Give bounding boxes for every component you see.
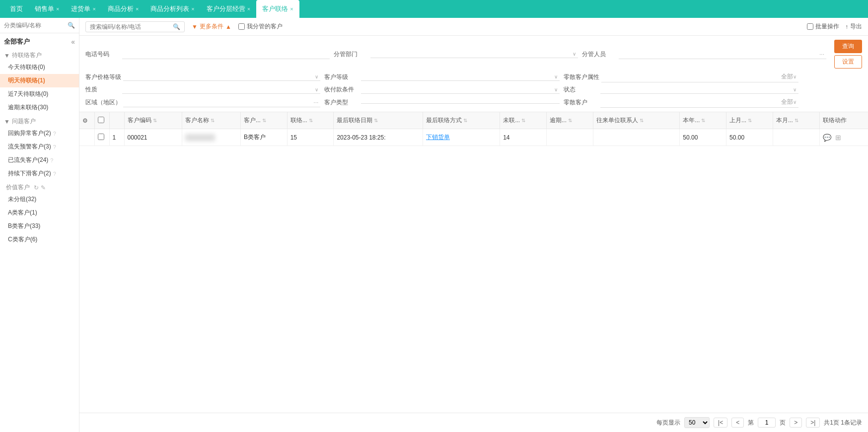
- th-last-month[interactable]: 上月...⇅: [726, 112, 773, 129]
- td-name: Ea: [182, 129, 240, 146]
- th-settings[interactable]: ⚙: [79, 112, 94, 129]
- sidebar-item-tomorrow-contact[interactable]: 明天待联络(1): [0, 74, 79, 87]
- page-unit: 页: [780, 419, 786, 427]
- group-problem-customers[interactable]: ▼ 问题客户: [0, 114, 79, 127]
- th-last-contact-date[interactable]: 最后联络日期⇅: [334, 112, 423, 129]
- person-select[interactable]: ···: [619, 50, 826, 59]
- query-button[interactable]: 查询: [834, 40, 862, 53]
- nav-product-analysis-list[interactable]: 商品分析列表 ×: [145, 0, 200, 18]
- close-icon[interactable]: ×: [136, 0, 139, 18]
- sort-icon: ⇅: [262, 118, 266, 123]
- nav-sales[interactable]: 销售单 ×: [29, 0, 65, 18]
- phone-input[interactable]: [122, 50, 330, 59]
- sidebar-item-churn-warning[interactable]: 流失预警客户(3) ?: [0, 140, 79, 153]
- sort-icon: ⇅: [795, 118, 798, 123]
- help-icon: ?: [53, 144, 56, 150]
- group-pending-contact[interactable]: ▼ 待联络客户: [0, 48, 79, 61]
- nature-select[interactable]: ∨: [122, 86, 320, 94]
- sidebar-item-today-contact[interactable]: 今天待联络(0): [0, 61, 79, 74]
- nav-product-analysis[interactable]: 商品分析 ×: [102, 0, 145, 18]
- customers-table: ⚙ 客户编码⇅ 客户名称⇅ 客户...⇅ 联络...⇅: [79, 112, 868, 146]
- sidebar-item-class-c[interactable]: C类客户(6): [0, 233, 79, 246]
- region-select[interactable]: ···: [123, 98, 320, 107]
- row-checkbox[interactable]: [98, 134, 104, 140]
- page-first-button[interactable]: |<: [714, 418, 727, 428]
- filter-customer-level: 客户等级 ∨: [324, 73, 559, 81]
- td-no-contact: 14: [500, 129, 547, 146]
- nav-home[interactable]: 首页: [4, 0, 29, 18]
- sidebar-item-7days-contact[interactable]: 近7天待联络(0): [0, 87, 79, 101]
- customer-level-select[interactable]: ∨: [361, 73, 559, 81]
- close-icon[interactable]: ×: [247, 0, 250, 18]
- search-icon[interactable]: 🔍: [173, 23, 180, 30]
- th-last-contact-way[interactable]: 最后联络方式⇅: [423, 112, 500, 129]
- contact-way-link[interactable]: 下销货单: [426, 134, 450, 141]
- per-page-select[interactable]: 50 100 200: [684, 417, 710, 428]
- th-this-month[interactable]: 本月...⇅: [773, 112, 819, 129]
- my-customers-checkbox[interactable]: [238, 23, 245, 30]
- collapse-icon[interactable]: «: [71, 38, 75, 46]
- page-next-button[interactable]: >: [790, 418, 802, 428]
- search-icon[interactable]: 🔍: [68, 22, 75, 29]
- more-icon: ···: [819, 51, 824, 58]
- close-icon[interactable]: ×: [56, 0, 59, 18]
- page-input[interactable]: [758, 418, 776, 428]
- sidebar-search-input[interactable]: [4, 22, 66, 29]
- th-no-contact[interactable]: 未联...⇅: [500, 112, 547, 129]
- page-label: 第: [748, 419, 754, 427]
- th-contacts-person[interactable]: 往来单位联系人⇅: [593, 112, 680, 129]
- sidebar-item-ungrouped[interactable]: 未分组(32): [0, 193, 79, 206]
- th-this-year[interactable]: 本年...⇅: [680, 112, 726, 129]
- th-name[interactable]: 客户名称⇅: [182, 112, 240, 129]
- refresh-icon[interactable]: ↻: [34, 184, 39, 191]
- th-type[interactable]: 客户...⇅: [240, 112, 287, 129]
- comment-icon[interactable]: 💬: [823, 134, 831, 142]
- nav-purchase[interactable]: 进货单 ×: [65, 0, 101, 18]
- dept-select[interactable]: ∨: [370, 50, 578, 58]
- page-prev-button[interactable]: <: [731, 418, 744, 428]
- sidebar-item-churned[interactable]: 已流失客户(24) ?: [0, 153, 79, 167]
- close-icon[interactable]: ×: [290, 0, 293, 18]
- arrow-icon: ▼: [4, 52, 10, 59]
- close-icon[interactable]: ×: [191, 0, 194, 18]
- nav-customer-contact[interactable]: 客户联络 ×: [256, 0, 299, 18]
- nav-customer-tier[interactable]: 客户分层经营 ×: [201, 0, 256, 18]
- sidebar-item-overdue-contact[interactable]: 逾期未联络(30): [0, 101, 79, 114]
- select-all-checkbox[interactable]: [98, 117, 104, 123]
- chevron-down-icon: ∨: [554, 87, 558, 92]
- td-checkbox[interactable]: [94, 129, 109, 146]
- payment-select[interactable]: ∨: [361, 86, 559, 94]
- sidebar: 🔍 全部客户 « ▼ 待联络客户 今天待联络(0) 明天待联络(1) 近7天待联…: [0, 18, 79, 432]
- filter-retail-attr: 零散客户属性 全部 ∨: [564, 72, 798, 82]
- th-checkbox[interactable]: [94, 112, 109, 129]
- th-overdue[interactable]: 逾期...⇅: [546, 112, 593, 129]
- group-value-customers[interactable]: 价值客户 ↻ ✎: [0, 180, 79, 193]
- sidebar-item-class-a[interactable]: A类客户(1): [0, 206, 79, 219]
- grid-icon[interactable]: ⊞: [835, 134, 841, 142]
- sidebar-item-declining[interactable]: 持续下滑客户(2) ?: [0, 167, 79, 180]
- sidebar-item-class-b[interactable]: B类客户(33): [0, 219, 79, 233]
- all-customers-header[interactable]: 全部客户 «: [0, 33, 79, 48]
- retail-select[interactable]: 全部 ∨: [600, 97, 798, 108]
- sort-icon: ⇅: [211, 118, 215, 123]
- more-icon: ···: [313, 99, 318, 106]
- filter-button[interactable]: ▼ 更多条件 ▲: [189, 21, 234, 32]
- sidebar-item-abnormal-repurchase[interactable]: 回购异常客户(2) ?: [0, 127, 79, 140]
- retail-attr-select[interactable]: 全部 ∨: [601, 72, 798, 82]
- batch-checkbox[interactable]: [807, 23, 813, 30]
- th-contacts[interactable]: 联络...⇅: [287, 112, 334, 129]
- settings-button[interactable]: 设置: [834, 55, 862, 69]
- edit-icon[interactable]: ✎: [41, 184, 46, 191]
- status-select[interactable]: ∨: [600, 86, 798, 94]
- batch-operation-button[interactable]: 批量操作: [807, 22, 839, 31]
- export-button[interactable]: ↑ 导出: [845, 22, 862, 31]
- customer-type-select[interactable]: [361, 101, 559, 104]
- filter-region: 区域（地区） ···: [85, 98, 320, 107]
- th-code[interactable]: 客户编码⇅: [124, 112, 182, 129]
- search-input[interactable]: [90, 23, 173, 30]
- filter-phone: 电话号码: [85, 50, 330, 59]
- value-level-select[interactable]: ∨: [123, 73, 320, 81]
- page-last-button[interactable]: >|: [806, 418, 820, 428]
- sort-icon: ⇅: [640, 118, 644, 123]
- close-icon[interactable]: ×: [92, 0, 95, 18]
